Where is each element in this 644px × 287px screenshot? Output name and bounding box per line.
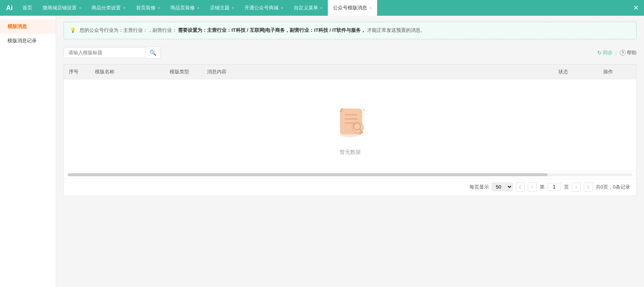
notice-suffix: 才能正常发送预置的消息。 (367, 27, 425, 33)
svg-point-8 (366, 113, 367, 115)
help-button[interactable]: ? 帮助 (620, 49, 637, 56)
logo-text: Ai (6, 4, 13, 12)
tab-home-decor[interactable]: 首页装修 × (131, 0, 165, 16)
tab-label-weshop-settings: 微商城店铺设置 (43, 4, 77, 11)
next-page-icon: › (576, 184, 577, 190)
col-status: 状态 (554, 64, 599, 79)
page-prefix: 第 (540, 184, 545, 190)
col-seq-label: 序号 (69, 69, 78, 74)
notice-highlight: 需要设置为：主营行业：IT科技 / 互联网|电子商务，副营行业：IT科技 / I… (178, 27, 366, 33)
col-action-label: 操作 (603, 69, 613, 74)
col-type-label: 模版类型 (170, 69, 189, 74)
toolbar-right: ↻ 同步 | ? 帮助 (597, 49, 637, 56)
svg-line-9 (362, 107, 363, 109)
scrollbar-thumb[interactable] (68, 173, 548, 176)
first-page-icon: ⟨ (519, 184, 521, 190)
last-page-button[interactable]: ⟩ (584, 183, 593, 192)
svg-point-7 (363, 109, 365, 112)
col-type: 模版类型 (165, 64, 203, 79)
col-seq: 序号 (64, 64, 90, 79)
search-button[interactable]: 🔍 (146, 47, 161, 59)
search-input[interactable] (64, 47, 146, 58)
col-content-label: 消息内容 (207, 69, 227, 74)
tab-mp-template-msg[interactable]: 公众号模版消息 × (328, 0, 377, 16)
tab-weshop-settings[interactable]: 微商城店铺设置 × (37, 0, 86, 16)
sidebar-item-template-msg-records[interactable]: 模版消息记录 (0, 34, 56, 48)
content-area: 💡 您的公众号行业为：主营行业：，副营行业： 需要设置为：主营行业：IT科技 /… (56, 16, 644, 287)
sidebar-label-template-msg: 模版消息 (7, 24, 27, 29)
last-page-icon: ⟩ (587, 184, 589, 190)
tab-label-product-category: 商品分类设置 (92, 4, 121, 11)
close-tab-mp-template-msg[interactable]: × (369, 6, 372, 10)
sidebar: 模版消息 模版消息记录 (0, 16, 56, 287)
col-action: 操作 (599, 64, 636, 79)
prev-page-icon: ‹ (531, 184, 533, 190)
notice-icon: 💡 (70, 27, 76, 33)
close-tab-open-mp-shop[interactable]: × (281, 6, 283, 10)
tab-label-home: 首页 (22, 4, 32, 11)
page-input[interactable] (548, 183, 561, 191)
table-header-row: 序号 模版名称 模版类型 消息内容 状态 操作 (64, 64, 636, 79)
notice-box: 💡 您的公众号行业为：主营行业：，副营行业： 需要设置为：主营行业：IT科技 /… (64, 22, 637, 39)
help-icon: ? (620, 50, 626, 56)
close-all-button[interactable]: ✕ (629, 4, 643, 12)
tab-product-decor[interactable]: 商品页装修 × (165, 0, 204, 16)
tab-label-shop-theme: 店铺主题 (210, 4, 229, 11)
tab-label-open-mp-shop: 开通公众号商城 (244, 4, 278, 11)
empty-text: 暂无数据 (340, 149, 361, 156)
logo-tab: Ai (1, 0, 17, 16)
page-unit: 页 (564, 184, 569, 190)
close-tab-shop-theme[interactable]: × (232, 6, 234, 10)
tab-label-mp-template-msg: 公众号模版消息 (333, 4, 367, 11)
help-label: 帮助 (627, 49, 637, 56)
col-name-label: 模版名称 (95, 69, 114, 74)
tab-label-product-decor: 商品页装修 (170, 4, 195, 11)
sync-icon: ↻ (597, 50, 602, 56)
col-name: 模版名称 (90, 64, 165, 79)
close-tab-home-decor[interactable]: × (158, 6, 160, 10)
scrollbar-row (64, 171, 636, 178)
tab-product-category[interactable]: 商品分类设置 × (86, 0, 130, 16)
close-tab-weshop-settings[interactable]: × (79, 6, 81, 10)
pagination-total: 共0页，0条记录 (596, 184, 630, 190)
main-layout: 模版消息 模版消息记录 💡 您的公众号行业为：主营行业：，副营行业： 需要设置为… (0, 16, 644, 287)
search-icon: 🔍 (150, 49, 157, 56)
tab-label-home-decor: 首页装修 (136, 4, 155, 11)
col-content: 消息内容 (203, 64, 554, 79)
sync-button[interactable]: ↻ 同步 (597, 49, 613, 56)
first-page-button[interactable]: ⟨ (516, 183, 525, 192)
scrollbar-track[interactable] (68, 173, 632, 176)
table-container: 序号 模版名称 模版类型 消息内容 状态 操作 (64, 64, 637, 196)
toolbar-separator: | (616, 50, 617, 55)
tab-open-mp-shop[interactable]: 开通公众号商城 × (239, 0, 288, 16)
data-table: 序号 模版名称 模版类型 消息内容 状态 操作 (64, 64, 636, 79)
tab-custom-menu[interactable]: 自定义菜单 × (289, 0, 328, 16)
sidebar-item-template-msg[interactable]: 模版消息 (0, 19, 56, 34)
sidebar-label-template-msg-records: 模版消息记录 (7, 38, 37, 43)
tab-home[interactable]: 首页 (17, 0, 37, 16)
tab-label-custom-menu: 自定义菜单 (294, 4, 318, 11)
search-bar: 🔍 ↻ 同步 | ? 帮助 (64, 47, 637, 59)
sync-label: 同步 (603, 49, 613, 56)
pagination: 每页显示 50 10 20 100 ⟨ ‹ 第 页 › (64, 178, 636, 195)
page-size-select[interactable]: 50 10 20 100 (492, 183, 513, 191)
close-tab-product-category[interactable]: × (123, 6, 125, 10)
next-page-button[interactable]: › (572, 183, 581, 192)
page-size-label: 每页显示 (469, 184, 489, 190)
tab-shop-theme[interactable]: 店铺主题 × (205, 0, 239, 16)
close-tab-custom-menu[interactable]: × (320, 6, 323, 10)
notice-prefix: 您的公众号行业为：主营行业：，副营行业： (80, 27, 177, 33)
col-status-label: 状态 (558, 69, 568, 74)
tab-bar: Ai 首页 微商城店铺设置 × 商品分类设置 × 首页装修 × 商品页装修 × … (0, 0, 644, 16)
prev-page-button[interactable]: ‹ (528, 183, 537, 192)
close-tab-product-decor[interactable]: × (197, 6, 199, 10)
empty-state: 暂无数据 (64, 79, 636, 171)
close-all-icon: ✕ (633, 4, 639, 12)
table-header: 序号 模版名称 模版类型 消息内容 状态 操作 (64, 64, 636, 79)
empty-illustration (330, 102, 371, 143)
